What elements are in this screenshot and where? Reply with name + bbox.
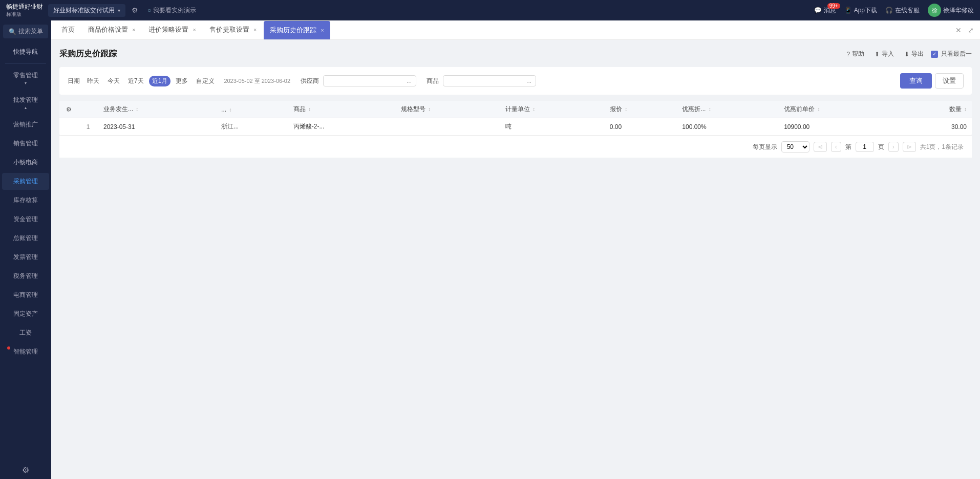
gear-icon[interactable]: ⚙ [66, 106, 72, 113]
expand-icon: ▴ [25, 105, 27, 110]
page-content: 采购历史价跟踪 ? 帮助 ⬆ 导入 ⬇ 导出 ✓ [51, 40, 980, 479]
th-goods[interactable]: 商品 ↕ [288, 101, 396, 118]
date-opt-last1m[interactable]: 近1月 [149, 76, 171, 86]
close-window-button[interactable]: ✕ [953, 24, 964, 36]
next-page-button[interactable]: › [888, 142, 899, 152]
sidebar-item-invoice[interactable]: 发票管理 [2, 249, 49, 266]
goods-input[interactable] [448, 77, 524, 84]
close-icon[interactable]: × [193, 27, 196, 33]
query-button[interactable]: 查询 [900, 73, 932, 89]
th-quantity[interactable]: 数量 ↕ [899, 101, 972, 118]
sidebar-item-accounting[interactable]: 总账管理 [2, 230, 49, 247]
sidebar-item-marketing[interactable]: 营销推广 [2, 116, 49, 133]
sidebar-item-label: 库存核算 [13, 196, 38, 205]
goods-input-wrapper: ... [443, 75, 536, 86]
row-pre-discount: 10900.00 [779, 118, 899, 136]
sidebar-item-ecommerce-small[interactable]: 小畅电商 [2, 154, 49, 171]
tab-purchase-strategy[interactable]: 进价策略设置 × [142, 21, 202, 39]
row-date: 2023-05-31 [98, 118, 216, 136]
search-menu-button[interactable]: 🔍 搜索菜单 [3, 25, 48, 38]
th-discount[interactable]: 优惠折... ↕ [677, 101, 779, 118]
th-gear[interactable]: ⚙ [59, 101, 78, 118]
sidebar-item-ecommerce[interactable]: 电商管理 [2, 287, 49, 303]
th-spec[interactable]: 规格型号 ↕ [396, 101, 500, 118]
date-opt-more[interactable]: 更多 [173, 76, 191, 86]
first-page-button[interactable]: ⊲ [814, 142, 827, 152]
version-selector[interactable]: 好业财标准版交付试用 ▾ [48, 4, 125, 17]
last-page-button[interactable]: ⊳ [903, 142, 916, 152]
supplier-input[interactable] [328, 77, 404, 84]
page-input[interactable] [856, 142, 874, 152]
date-opt-yesterday[interactable]: 昨天 [84, 76, 102, 86]
sidebar-item-salary[interactable]: 工资 [2, 324, 49, 341]
sidebar-item-wholesale[interactable]: 批发管理 ▴ [2, 92, 49, 114]
logo: 畅捷通好业财 标准版 [6, 3, 43, 18]
sidebar-bottom: ⚙ [0, 461, 51, 479]
th-unit[interactable]: 计量单位 ↕ [500, 101, 605, 118]
only-latest-toggle[interactable]: ✓ 只看最后一 [931, 50, 972, 58]
search-icon: 🔍 [9, 28, 16, 35]
close-icon[interactable]: × [253, 27, 257, 33]
tab-home[interactable]: 首页 [55, 21, 81, 39]
filter-bar: 日期 昨天 今天 近7天 近1月 更多 自定义 2023-05-02 至 202… [59, 67, 972, 95]
row-quote: 0.00 [605, 118, 677, 136]
goods-expand-button[interactable]: ... [526, 77, 531, 84]
th-date[interactable]: 业务发生... ↕ [98, 101, 216, 118]
tab-sell-strategy[interactable]: 售价提取设置 × [203, 21, 263, 39]
sidebar-item-label: 小畅电商 [13, 158, 38, 167]
settings-icon[interactable]: ⚙ [132, 6, 138, 14]
date-opt-custom[interactable]: 自定义 [193, 76, 218, 86]
table-row: 1 2023-05-31 浙江... 丙烯酸-2-... 吨 0.00 100.… [59, 118, 972, 136]
sidebar-item-smart[interactable]: 智能管理 [2, 343, 49, 360]
close-icon[interactable]: × [132, 27, 135, 33]
demo-button[interactable]: ○ 我要看实例演示 [147, 6, 196, 15]
phone-icon: 📱 [844, 7, 852, 14]
th-extra[interactable]: ... ↕ [216, 101, 288, 118]
date-opt-today[interactable]: 今天 [104, 76, 123, 86]
messages-button[interactable]: 💬 消息 99+ [814, 6, 836, 15]
supplier-expand-button[interactable]: ... [407, 77, 412, 84]
sidebar-item-purchase[interactable]: 采购管理 [2, 173, 49, 190]
export-button[interactable]: ⬇ 导出 [901, 48, 927, 60]
date-label: 日期 [68, 77, 80, 85]
close-icon[interactable]: × [321, 27, 324, 33]
th-quote[interactable]: 报价 ↕ [605, 101, 677, 118]
sidebar-item-label: 税务管理 [13, 272, 38, 280]
main-layout: 🔍 搜索菜单 快捷导航 零售管理 ▾ 批发管理 ▴ 营销推广 销售管理 小畅电商 [0, 20, 980, 479]
help-button[interactable]: ? 帮助 [843, 48, 867, 60]
th-pre-discount[interactable]: 优惠前单价 ↕ [779, 101, 899, 118]
sidebar-item-sales[interactable]: 销售管理 [2, 135, 49, 152]
tab-price[interactable]: 商品价格设置 × [82, 21, 141, 39]
sort-icon: ↕ [709, 106, 711, 112]
sidebar-item-inventory[interactable]: 库存核算 [2, 192, 49, 209]
per-page-select[interactable]: 50 10 20 100 [781, 141, 809, 153]
export-icon: ⬇ [904, 51, 909, 58]
topbar: 畅捷通好业财 标准版 好业财标准版交付试用 ▾ ⚙ ○ 我要看实例演示 💬 消息… [0, 0, 980, 20]
sidebar-item-label: 总账管理 [13, 234, 38, 243]
import-button[interactable]: ⬆ 导入 [871, 48, 897, 60]
headset-icon: 🎧 [885, 7, 893, 14]
quick-nav-button[interactable]: 快捷导航 [3, 45, 48, 59]
page-actions: ? 帮助 ⬆ 导入 ⬇ 导出 ✓ 只看最后一 [843, 48, 972, 60]
sidebar-item-retail[interactable]: 零售管理 ▾ [2, 67, 49, 90]
row-goods: 丙烯酸-2-... [288, 118, 396, 136]
sidebar-item-label: 营销推广 [13, 120, 38, 129]
row-gear [59, 118, 78, 136]
sidebar-item-finance[interactable]: 资金管理 [2, 211, 49, 228]
tab-history-price[interactable]: 采购历史价跟踪 × [264, 21, 330, 39]
sidebar-item-label: 固定资产 [13, 310, 38, 318]
filter-settings-button[interactable]: 设置 [935, 73, 964, 89]
user-menu[interactable]: 徐 徐泽华修改 [928, 4, 974, 17]
sidebar-settings-button[interactable]: ⚙ [22, 465, 29, 475]
data-table: ⚙ 业务发生... ↕ ... ↕ [59, 101, 972, 136]
checkbox-icon[interactable]: ✓ [931, 51, 938, 58]
sidebar-item-tax[interactable]: 税务管理 [2, 268, 49, 285]
maximize-button[interactable]: ⤢ [966, 24, 976, 36]
sidebar-item-assets[interactable]: 固定资产 [2, 306, 49, 322]
page-info: 共1页，1条记录 [920, 143, 964, 151]
date-opt-last7[interactable]: 近7天 [125, 76, 147, 86]
sidebar-item-label: 销售管理 [13, 139, 38, 148]
prev-page-button[interactable]: ‹ [831, 142, 841, 152]
app-download-button[interactable]: 📱 App下载 [844, 6, 877, 15]
online-support-button[interactable]: 🎧 在线客服 [885, 6, 920, 15]
